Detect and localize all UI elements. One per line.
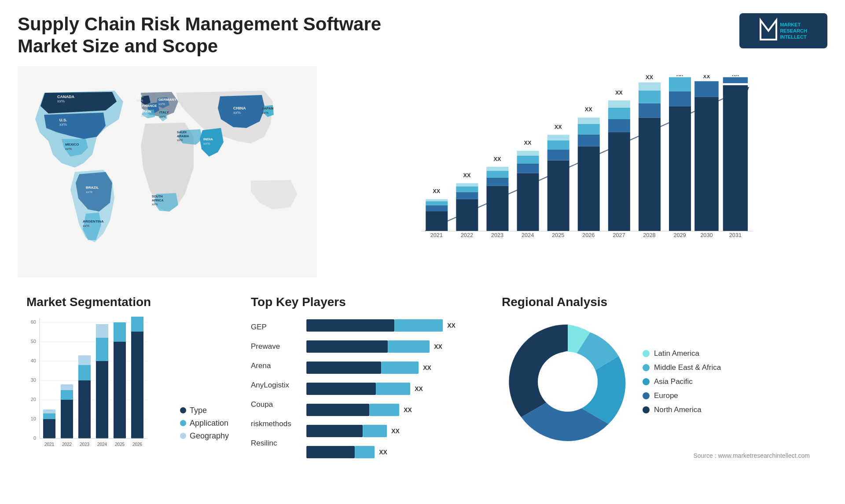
svg-text:xx%: xx% — [203, 142, 210, 146]
svg-rect-151 — [306, 425, 363, 437]
svg-text:JAPAN: JAPAN — [262, 106, 274, 110]
europe-dot — [643, 392, 650, 399]
svg-rect-120 — [78, 380, 91, 438]
seg-chart-area: 60 50 40 30 20 10 0 — [26, 316, 229, 458]
svg-rect-116 — [61, 400, 73, 438]
svg-rect-78 — [639, 117, 661, 231]
svg-rect-140 — [388, 340, 430, 353]
players-bar-chart: XX XX XX XX — [300, 316, 480, 465]
svg-point-157 — [538, 352, 598, 412]
europe-label: Europe — [654, 391, 678, 400]
regional-title: Regional Analysis — [502, 295, 819, 309]
svg-rect-145 — [306, 383, 376, 395]
svg-text:XX: XX — [423, 364, 431, 371]
svg-rect-73 — [608, 119, 630, 132]
svg-rect-69 — [578, 117, 600, 124]
svg-text:xx%: xx% — [65, 147, 72, 151]
players-list: GEP Prewave Arena AnyLogistix Coupa risk… — [251, 316, 480, 467]
players-bars: XX XX XX XX — [300, 316, 480, 467]
svg-text:2024: 2024 — [97, 442, 107, 447]
source-line: Source : www.marketresearchintellect.com — [502, 452, 819, 459]
svg-text:2031: 2031 — [729, 232, 742, 238]
bottom-section: Market Segmentation 60 50 40 30 20 10 0 — [18, 291, 827, 480]
svg-text:2025: 2025 — [552, 232, 564, 238]
asia-pacific-label: Asia Pacific — [654, 377, 693, 386]
svg-text:2023: 2023 — [80, 442, 90, 447]
svg-text:XX: XX — [615, 89, 623, 95]
segmentation-chart: 60 50 40 30 20 10 0 — [26, 316, 150, 457]
player-prewave: Prewave — [251, 340, 291, 354]
north-america-label: North America — [654, 405, 702, 414]
svg-rect-63 — [547, 135, 569, 140]
svg-text:XX: XX — [555, 124, 562, 130]
svg-text:XX: XX — [646, 75, 653, 80]
svg-rect-122 — [78, 355, 91, 365]
type-dot — [180, 407, 186, 413]
svg-rect-146 — [376, 383, 410, 395]
svg-rect-42 — [456, 199, 478, 231]
svg-text:xx%: xx% — [152, 203, 158, 206]
donut-chart-wrap — [502, 316, 634, 448]
svg-rect-148 — [306, 404, 369, 416]
svg-rect-49 — [486, 178, 508, 186]
svg-text:XX: XX — [494, 155, 501, 162]
svg-text:BRAZIL: BRAZIL — [86, 186, 99, 190]
segmentation-container: Market Segmentation 60 50 40 30 20 10 0 — [18, 291, 238, 480]
player-coupa: Coupa — [251, 398, 291, 412]
page-title: Supply Chain Risk Management Software Ma… — [18, 13, 414, 58]
svg-text:U.K.: U.K. — [136, 94, 143, 98]
header: Supply Chain Risk Management Software Ma… — [18, 13, 827, 58]
svg-rect-93 — [723, 85, 748, 231]
svg-rect-129 — [114, 322, 126, 342]
svg-rect-90 — [694, 81, 719, 97]
svg-rect-37 — [426, 205, 448, 211]
svg-text:ARABIA: ARABIA — [177, 135, 189, 138]
geo-label: Geography — [190, 431, 229, 441]
svg-rect-112 — [43, 419, 55, 438]
world-map: CANADA xx% U.S. xx% MEXICO xx% BRAZIL xx… — [18, 66, 317, 278]
legend-asia-pacific: Asia Pacific — [643, 377, 721, 386]
legend-north-america: North America — [643, 405, 721, 414]
bar-chart: XX 2021 XX 2022 XX 2023 — [352, 75, 810, 251]
svg-rect-80 — [639, 90, 661, 103]
svg-rect-44 — [456, 186, 478, 192]
svg-text:CHINA: CHINA — [233, 106, 246, 110]
svg-text:2022: 2022 — [62, 442, 72, 447]
latin-america-label: Latin America — [654, 349, 699, 358]
svg-rect-124 — [96, 361, 108, 438]
map-container: CANADA xx% U.S. xx% MEXICO xx% BRAZIL xx… — [18, 66, 317, 278]
svg-rect-48 — [486, 186, 508, 231]
svg-rect-139 — [306, 340, 388, 353]
svg-rect-125 — [96, 338, 108, 361]
seg-legend: Type Application Geography — [180, 406, 229, 458]
svg-rect-128 — [114, 342, 126, 438]
svg-text:GERMANY: GERMANY — [158, 98, 177, 102]
svg-rect-61 — [547, 150, 569, 161]
svg-rect-55 — [517, 164, 539, 173]
svg-text:XX: XX — [404, 406, 412, 413]
svg-rect-74 — [608, 107, 630, 119]
svg-rect-155 — [355, 446, 375, 458]
svg-text:50: 50 — [31, 339, 36, 344]
player-anylogistix: AnyLogistix — [251, 378, 291, 392]
svg-text:2024: 2024 — [522, 232, 534, 238]
svg-rect-72 — [608, 132, 630, 231]
svg-rect-126 — [96, 324, 108, 338]
svg-rect-50 — [486, 171, 508, 177]
svg-text:40: 40 — [31, 358, 36, 363]
svg-text:xx%: xx% — [177, 139, 183, 142]
svg-text:ARGENTINA: ARGENTINA — [83, 219, 104, 223]
player-resilinc: Resilinc — [251, 436, 291, 450]
svg-text:xx%: xx% — [233, 110, 241, 115]
svg-text:xx%: xx% — [262, 111, 268, 115]
svg-text:xx%: xx% — [158, 102, 165, 106]
svg-rect-117 — [61, 390, 73, 400]
type-label: Type — [190, 406, 207, 415]
svg-rect-86 — [669, 77, 691, 91]
svg-rect-136 — [306, 319, 394, 332]
mea-dot — [643, 364, 650, 371]
legend-geography: Geography — [180, 431, 229, 441]
svg-text:2021: 2021 — [44, 442, 55, 447]
north-america-dot — [643, 406, 650, 413]
svg-text:XX: XX — [447, 322, 456, 329]
